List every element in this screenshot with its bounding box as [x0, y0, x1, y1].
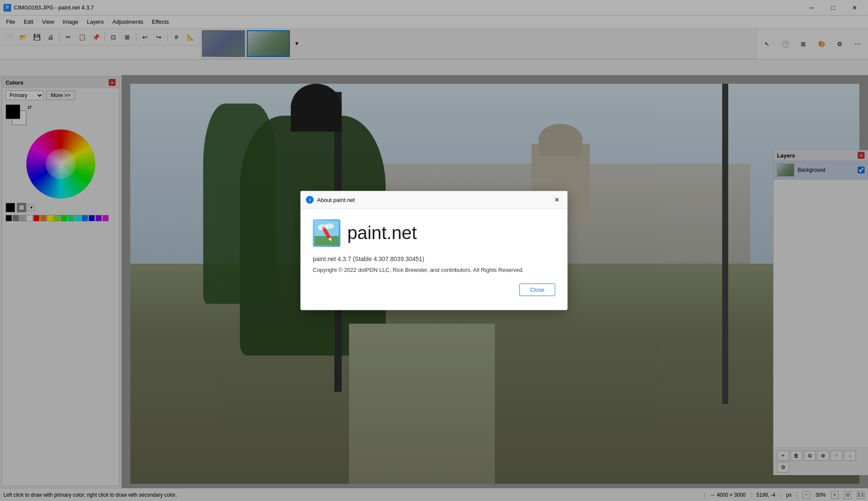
svg-rect-3 [314, 236, 339, 245]
logo-svg [314, 221, 339, 245]
about-overlay: i About paint.net ✕ [0, 0, 868, 501]
svg-point-2 [325, 224, 334, 229]
app-name-heading: paint.net [347, 223, 417, 243]
about-dialog-title-bar: i About paint.net ✕ [301, 191, 567, 209]
about-close-row: Close [313, 284, 555, 299]
about-logo-row: paint.net [313, 219, 555, 247]
app-logo [313, 219, 340, 247]
about-dialog-title: About paint.net [317, 197, 355, 203]
about-close-action-button[interactable]: Close [519, 284, 555, 296]
logo-background [313, 219, 340, 247]
about-copyright: Copyright © 2022 dotPDN LLC, Rick Brewst… [313, 267, 555, 273]
about-version: paint.net 4.3.7 (Stable 4.307.8039.30451… [313, 255, 555, 262]
about-dialog-body: paint.net paint.net 4.3.7 (Stable 4.307.… [301, 209, 567, 310]
about-dialog-close-button[interactable]: ✕ [552, 195, 562, 205]
info-icon: i [306, 196, 314, 204]
about-dialog-title-left: i About paint.net [306, 196, 355, 204]
about-dialog: i About paint.net ✕ [300, 191, 568, 310]
